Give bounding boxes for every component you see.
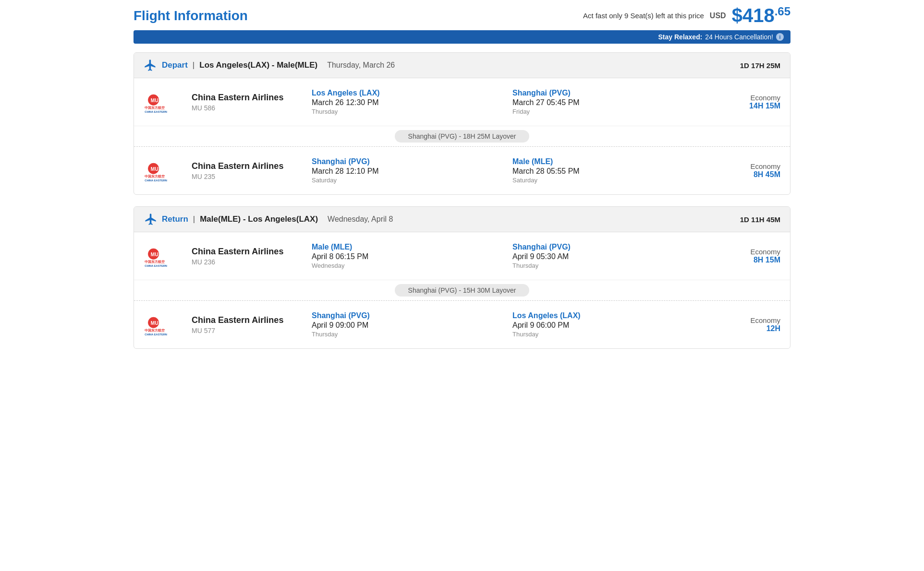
return-label: Return xyxy=(162,214,188,224)
from-airport-name-2: Shanghai (PVG) xyxy=(312,157,503,166)
duration-4: 12H xyxy=(713,324,780,333)
to-day-1: Friday xyxy=(512,108,704,115)
airline-logo-1: MU 中国东方航空 CHINA EASTERN xyxy=(144,91,182,113)
depart-header: Depart | Los Angeles(LAX) - Male(MLE) Th… xyxy=(134,53,790,78)
to-airport-name-3: Shanghai (PVG) xyxy=(512,243,704,251)
from-airport-name-4: Shanghai (PVG) xyxy=(312,311,503,320)
stay-relaxed-detail: 24 Hours Cancellation! xyxy=(705,33,773,41)
from-airport-3: Male (MLE) April 8 06:15 PM Wednesday xyxy=(312,243,503,269)
svg-text:MU: MU xyxy=(151,167,158,172)
flight-row: MU 中国东方航空 CHINA EASTERN China Eastern Ai… xyxy=(134,78,790,126)
china-eastern-logo-4: MU 中国东方航空 CHINA EASTERN xyxy=(144,314,182,336)
flight-row-3: MU 中国东方航空 CHINA EASTERN China Eastern Ai… xyxy=(134,232,790,280)
return-section: Return | Male(MLE) - Los Angeles(LAX) We… xyxy=(134,206,790,349)
from-time-3: April 8 06:15 PM xyxy=(312,252,503,261)
layover-2: Shanghai (PVG) - 15H 30M Layover xyxy=(134,280,790,301)
from-time-2: March 28 12:10 PM xyxy=(312,167,503,176)
return-route: Male(MLE) - Los Angeles(LAX) xyxy=(200,214,318,224)
from-airport-1: Los Angeles (LAX) March 26 12:30 PM Thur… xyxy=(312,89,503,115)
svg-text:中国东方航空: 中国东方航空 xyxy=(145,260,165,263)
depart-total-duration: 1D 17H 25M xyxy=(740,61,780,70)
from-day-3: Wednesday xyxy=(312,262,503,269)
airline-logo-4: MU 中国东方航空 CHINA EASTERN xyxy=(144,314,182,336)
depart-route: Los Angeles(LAX) - Male(MLE) xyxy=(199,60,317,70)
stay-relaxed-label: Stay Relaxed: xyxy=(658,33,703,41)
svg-text:MU: MU xyxy=(151,98,158,103)
to-airport-3: Shanghai (PVG) April 9 05:30 AM Thursday xyxy=(512,243,704,269)
layover-badge-1: Shanghai (PVG) - 18H 25M Layover xyxy=(395,130,530,143)
return-date: Wednesday, April 8 xyxy=(328,215,393,224)
svg-text:中国东方航空: 中国东方航空 xyxy=(145,328,165,332)
to-day-4: Thursday xyxy=(512,331,704,338)
flight-number-1: MU 586 xyxy=(192,104,302,112)
flight-number-3: MU 236 xyxy=(192,258,302,266)
svg-text:MU: MU xyxy=(151,321,158,326)
airline-info-1: China Eastern Airlines MU 586 xyxy=(192,93,302,112)
class-label-4: Economy xyxy=(713,316,780,324)
from-time-4: April 9 09:00 PM xyxy=(312,321,503,330)
svg-text:CHINA EASTERN: CHINA EASTERN xyxy=(145,264,167,267)
to-airport-1: Shanghai (PVG) March 27 05:45 PM Friday xyxy=(512,89,704,115)
from-day-2: Saturday xyxy=(312,177,503,184)
from-airport-4: Shanghai (PVG) April 9 09:00 PM Thursday xyxy=(312,311,503,338)
to-airport-name-4: Los Angeles (LAX) xyxy=(512,311,704,320)
duration-1: 14H 15M xyxy=(713,102,780,110)
to-time-2: March 28 05:55 PM xyxy=(512,167,704,176)
price-value: $418.65 xyxy=(732,5,790,26)
plane-depart-icon xyxy=(144,59,157,72)
class-label-1: Economy xyxy=(713,94,780,102)
layover-badge-2: Shanghai (PVG) - 15H 30M Layover xyxy=(395,284,530,297)
from-airport-2: Shanghai (PVG) March 28 12:10 PM Saturda… xyxy=(312,157,503,184)
china-eastern-logo-1: MU 中国东方航空 CHINA EASTERN xyxy=(144,91,182,113)
to-time-3: April 9 05:30 AM xyxy=(512,252,704,261)
from-day-4: Thursday xyxy=(312,331,503,338)
duration-3: 8H 15M xyxy=(713,256,780,264)
to-airport-name-1: Shanghai (PVG) xyxy=(512,89,704,97)
price-section: Act fast only 9 Seat(s) left at this pri… xyxy=(583,5,790,26)
to-airport-4: Los Angeles (LAX) April 9 06:00 PM Thurs… xyxy=(512,311,704,338)
flight-number-2: MU 235 xyxy=(192,173,302,180)
flight-row-4: MU 中国东方航空 CHINA EASTERN China Eastern Ai… xyxy=(134,301,790,348)
depart-date: Thursday, March 26 xyxy=(327,61,395,70)
airline-logo-2: MU 中国东方航空 CHINA EASTERN xyxy=(144,160,182,182)
depart-section: Depart | Los Angeles(LAX) - Male(MLE) Th… xyxy=(134,52,790,195)
from-airport-name-3: Male (MLE) xyxy=(312,243,503,251)
depart-header-left: Depart | Los Angeles(LAX) - Male(MLE) Th… xyxy=(144,59,395,72)
from-time-1: March 26 12:30 PM xyxy=(312,98,503,107)
price-cents: .65 xyxy=(775,5,790,18)
seats-alert: Act fast only 9 Seat(s) left at this pri… xyxy=(583,12,704,20)
airline-logo-3: MU 中国东方航空 CHINA EASTERN xyxy=(144,245,182,267)
depart-label: Depart xyxy=(162,60,188,70)
return-header: Return | Male(MLE) - Los Angeles(LAX) We… xyxy=(134,207,790,232)
return-header-left: Return | Male(MLE) - Los Angeles(LAX) We… xyxy=(144,213,393,226)
china-eastern-logo-2: MU 中国东方航空 CHINA EASTERN xyxy=(144,160,182,182)
return-total-duration: 1D 11H 45M xyxy=(740,215,780,224)
svg-text:中国东方航空: 中国东方航空 xyxy=(145,174,165,178)
class-block-1: Economy 14H 15M xyxy=(713,94,780,110)
airline-name-3: China Eastern Airlines xyxy=(192,247,302,257)
info-icon: i xyxy=(776,33,784,41)
from-airport-name-1: Los Angeles (LAX) xyxy=(312,89,503,97)
class-block-2: Economy 8H 45M xyxy=(713,162,780,179)
airline-name-2: China Eastern Airlines xyxy=(192,161,302,171)
class-block-4: Economy 12H xyxy=(713,316,780,333)
class-label-2: Economy xyxy=(713,162,780,170)
to-airport-2: Male (MLE) March 28 05:55 PM Saturday xyxy=(512,157,704,184)
svg-text:CHINA EASTERN: CHINA EASTERN xyxy=(145,110,167,113)
airline-name-4: China Eastern Airlines xyxy=(192,315,302,325)
svg-text:中国东方航空: 中国东方航空 xyxy=(145,106,165,109)
plane-return-icon xyxy=(144,213,157,226)
layover-1: Shanghai (PVG) - 18H 25M Layover xyxy=(134,126,790,147)
from-day-1: Thursday xyxy=(312,108,503,115)
flight-row-2: MU 中国东方航空 CHINA EASTERN China Eastern Ai… xyxy=(134,147,790,194)
to-time-1: March 27 05:45 PM xyxy=(512,98,704,107)
china-eastern-logo-3: MU 中国东方航空 CHINA EASTERN xyxy=(144,245,182,267)
airline-name-1: China Eastern Airlines xyxy=(192,93,302,103)
airline-info-2: China Eastern Airlines MU 235 xyxy=(192,161,302,180)
airline-info-3: China Eastern Airlines MU 236 xyxy=(192,247,302,266)
flight-number-4: MU 577 xyxy=(192,327,302,334)
duration-2: 8H 45M xyxy=(713,170,780,179)
class-block-3: Economy 8H 15M xyxy=(713,248,780,264)
price-main: $418 xyxy=(732,5,775,26)
page-title: Flight Information xyxy=(134,8,248,24)
